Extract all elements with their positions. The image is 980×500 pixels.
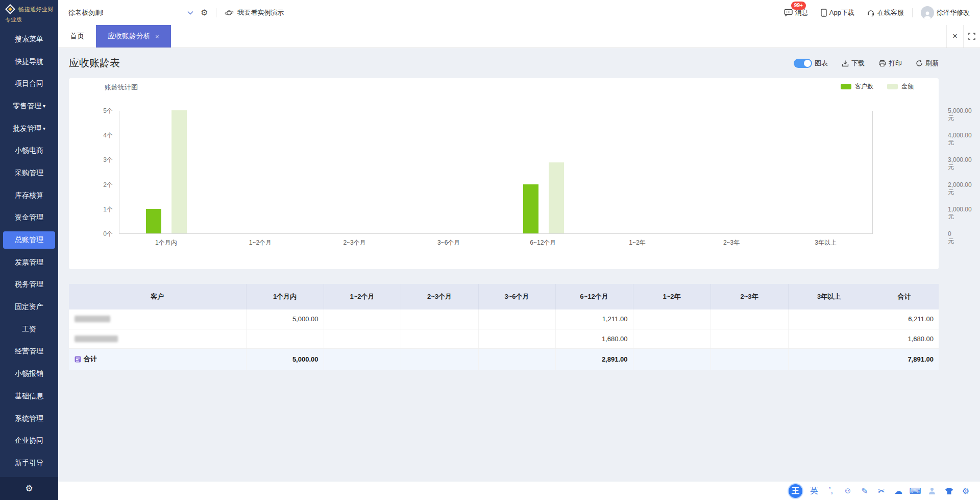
virtual-keyboard-icon[interactable]: ⌨ bbox=[910, 486, 920, 496]
company-name: 徐老板勿删! bbox=[68, 8, 104, 17]
table-header-cell: 3年以上 bbox=[788, 284, 870, 309]
language-mode-icon[interactable]: 英 bbox=[809, 486, 819, 496]
total-amount-cell: 2,891.00 bbox=[555, 348, 633, 370]
sogou-logo-icon[interactable]: 王 bbox=[789, 484, 802, 498]
sidebar-item-label: 固定资产 bbox=[15, 302, 43, 312]
sidebar-item[interactable]: 企业协同 bbox=[0, 430, 58, 452]
sidebar-item[interactable]: 总账管理 bbox=[0, 229, 58, 251]
user-icon[interactable] bbox=[927, 486, 937, 496]
table-body: 5,000.001,211.006,211.001,680.001,680.00… bbox=[69, 309, 939, 370]
app-logo: 畅捷通好业财 专业版 bbox=[0, 0, 58, 25]
download-label: 下载 bbox=[851, 59, 865, 68]
table-header-row: 客户1个月内1~2个月2~3个月3~6个月6~12个月1~2年2~3年3年以上合… bbox=[69, 284, 939, 309]
sidebar-item-label: 系统管理 bbox=[15, 414, 43, 423]
avatar bbox=[921, 6, 934, 19]
table-header-cell: 3~6个月 bbox=[478, 284, 555, 309]
sidebar-item[interactable]: 批发管理▾ bbox=[0, 117, 58, 140]
toggle-switch-icon[interactable] bbox=[794, 59, 812, 68]
sidebar-item[interactable]: 库存核算 bbox=[0, 184, 58, 207]
sidebar-item[interactable]: 小畅电商 bbox=[0, 139, 58, 162]
close-icon: × bbox=[952, 31, 958, 41]
sidebar-item[interactable]: 基础信息 bbox=[0, 385, 58, 408]
sidebar-item[interactable]: 采购管理 bbox=[0, 162, 58, 184]
sidebar-item[interactable]: 资金管理 bbox=[0, 207, 58, 229]
sidebar-item-label: 发票管理 bbox=[15, 258, 43, 267]
online-service-button[interactable]: 在线客服 bbox=[867, 8, 904, 17]
fullscreen-button[interactable] bbox=[963, 25, 980, 47]
table-header-cell: 客户 bbox=[69, 284, 246, 309]
refresh-button[interactable]: 刷新 bbox=[916, 59, 939, 68]
sidebar-item[interactable]: 经营管理 bbox=[0, 341, 58, 363]
sidebar-item[interactable]: 小畅报销 bbox=[0, 363, 58, 385]
user-menu[interactable]: 徐泽华修改 bbox=[921, 6, 970, 19]
tab-close-icon[interactable]: × bbox=[155, 33, 159, 40]
table-header-cell: 1个月内 bbox=[246, 284, 324, 309]
company-selector[interactable]: 徐老板勿删! bbox=[68, 8, 193, 17]
settings-gear-icon[interactable]: ⚙ bbox=[25, 483, 33, 494]
fullscreen-icon bbox=[968, 33, 975, 40]
punctuation-icon[interactable]: ’, bbox=[826, 486, 836, 496]
sidebar-item[interactable]: 零售管理▾ bbox=[0, 95, 58, 117]
total-amount-cell bbox=[401, 348, 478, 370]
chat-bubble-icon bbox=[784, 9, 793, 16]
sidebar-item[interactable]: 固定资产 bbox=[0, 296, 58, 318]
messages-button[interactable]: 99+ 消息 bbox=[784, 8, 808, 17]
sidebar-item-label: 企业协同 bbox=[15, 436, 43, 445]
x-axis-category-label: 2~3个月 bbox=[343, 239, 365, 247]
sidebar-item[interactable]: 项目合同 bbox=[0, 73, 58, 95]
print-button[interactable]: 打印 bbox=[878, 59, 902, 68]
sidebar-item[interactable]: 税务管理 bbox=[0, 274, 58, 296]
handwriting-icon[interactable]: ✎ bbox=[860, 486, 870, 496]
amount-cell bbox=[710, 329, 788, 348]
y-axis-left-tick: 0个 bbox=[69, 230, 113, 237]
legend-swatch-green bbox=[841, 84, 851, 89]
x-axis-category-label: 3~6个月 bbox=[437, 239, 460, 247]
legend-customer-count[interactable]: 客户数 bbox=[841, 82, 873, 91]
sidebar-item-label: 搜索菜单 bbox=[15, 35, 43, 44]
app-download-button[interactable]: App下载 bbox=[821, 8, 854, 17]
tab-home[interactable]: 首页 bbox=[58, 25, 96, 47]
total-amount-cell bbox=[478, 348, 555, 370]
sidebar-item[interactable]: 搜索菜单 bbox=[0, 28, 58, 51]
ime-settings-icon[interactable]: ⚙ bbox=[961, 486, 971, 496]
legend-amount[interactable]: 金额 bbox=[887, 82, 914, 91]
emoji-icon[interactable]: ☺ bbox=[843, 486, 853, 496]
y-axis-left-tick: 2个 bbox=[69, 181, 113, 188]
y-axis-right-tick: 0元 bbox=[948, 230, 954, 245]
main-area: 徐老板勿删! ⚙ 我要看实例演示 99+ bbox=[58, 0, 980, 500]
report-toolbar: 图表 下载 打印 bbox=[794, 59, 939, 68]
chart-toggle[interactable]: 图表 bbox=[794, 59, 828, 68]
logo-subtitle: 专业版 bbox=[5, 16, 55, 23]
sidebar-item-label: 批发管理 bbox=[13, 124, 41, 133]
bar-客户数-1个月内 bbox=[146, 209, 161, 233]
workspace-gear-icon[interactable]: ⚙ bbox=[201, 8, 208, 17]
sidebar-item[interactable]: 发票管理 bbox=[0, 251, 58, 274]
amount-cell bbox=[324, 329, 401, 348]
table-header-cell: 6~12个月 bbox=[555, 284, 633, 309]
sidebar-item[interactable]: 工资 bbox=[0, 318, 58, 341]
app-download-label: App下载 bbox=[829, 8, 854, 17]
screenshot-scissors-icon[interactable]: ✂ bbox=[876, 486, 887, 496]
download-button[interactable]: 下载 bbox=[842, 59, 865, 68]
cloud-input-icon[interactable]: ☁ bbox=[893, 486, 903, 496]
skin-icon[interactable] bbox=[944, 486, 954, 496]
planet-icon bbox=[225, 9, 234, 16]
amount-cell bbox=[633, 329, 710, 348]
total-amount-cell bbox=[788, 348, 870, 370]
sidebar-item[interactable]: 新手引导 bbox=[0, 452, 58, 474]
demo-link[interactable]: 我要看实例演示 bbox=[225, 8, 284, 17]
refresh-icon bbox=[916, 60, 923, 67]
x-axis-category-label: 2~3年 bbox=[723, 239, 740, 247]
sidebar-item[interactable]: 快捷导航 bbox=[0, 51, 58, 73]
chevron-down-icon: ▾ bbox=[43, 126, 45, 131]
y-axis-left-tick: 3个 bbox=[69, 156, 113, 163]
sidebar-item[interactable]: 系统管理 bbox=[0, 408, 58, 430]
sidebar-item-label: 新手引导 bbox=[15, 459, 43, 468]
total-label-cell: 合计 bbox=[69, 348, 246, 370]
tab-aging-analysis[interactable]: 应收账龄分析 × bbox=[96, 25, 171, 47]
close-all-tabs-button[interactable]: × bbox=[946, 25, 963, 47]
sidebar-item-label: 小畅电商 bbox=[15, 146, 43, 155]
legend-amount-label: 金额 bbox=[901, 82, 914, 91]
table-header-cell: 1~2个月 bbox=[324, 284, 401, 309]
table-header-cell: 2~3年 bbox=[710, 284, 788, 309]
